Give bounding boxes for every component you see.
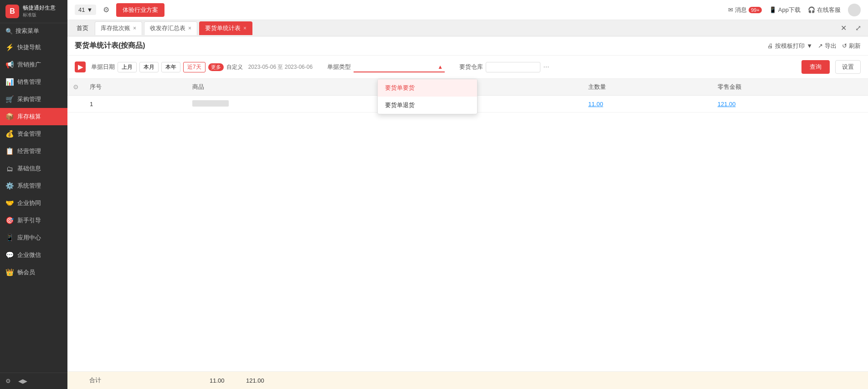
export-btn[interactable]: ↗ 导出 bbox=[818, 42, 837, 50]
warehouse-more-btn[interactable]: ··· bbox=[543, 63, 549, 71]
trial-btn[interactable]: 体验行业方案 bbox=[116, 3, 164, 17]
sidebar-item-sales[interactable]: 📊 销售管理 bbox=[0, 73, 67, 91]
date-range-display: 2023-05-06 至 2023-06-06 bbox=[248, 63, 313, 71]
date-prev-month-btn[interactable]: 上月 bbox=[118, 62, 137, 72]
app-download-btn[interactable]: 📱 App下载 bbox=[769, 6, 801, 14]
row-amount-value[interactable]: 121.00 bbox=[718, 101, 736, 107]
date-more-tag[interactable]: 更多 bbox=[208, 63, 224, 71]
sidebar-item-marketing[interactable]: 📢 营销推广 bbox=[0, 56, 67, 73]
tabs-minimize[interactable]: ✕ bbox=[838, 23, 849, 34]
tab-home[interactable]: 首页 bbox=[72, 22, 93, 35]
sidebar-item-wechat[interactable]: 💬 企业微信 bbox=[0, 246, 67, 264]
date-this-month-btn[interactable]: 本月 bbox=[139, 62, 159, 72]
sidebar-item-vip[interactable]: 👑 畅会员 bbox=[0, 264, 67, 281]
sidebar-item-purchase[interactable]: 🛒 采购管理 bbox=[0, 91, 67, 108]
type-input[interactable] bbox=[354, 62, 445, 72]
footer-qty: 11.00 bbox=[210, 377, 246, 384]
messages-label: 消息 bbox=[735, 6, 747, 14]
dropdown-item-req-return[interactable]: 要货单退货 bbox=[378, 97, 477, 114]
sidebar-item-system[interactable]: ⚙️ 系统管理 bbox=[0, 177, 67, 194]
refresh-btn[interactable]: ↺ 刷新 bbox=[842, 42, 861, 50]
set-btn[interactable]: 设置 bbox=[835, 60, 861, 74]
nav-icon-inventory: 📦 bbox=[5, 113, 14, 121]
messages-badge: 99+ bbox=[749, 7, 762, 13]
export-icon: ↗ bbox=[818, 42, 823, 49]
tab-order-stats-close[interactable]: × bbox=[243, 25, 247, 31]
nav-label-system: 系统管理 bbox=[17, 182, 41, 190]
date-7days-btn[interactable]: 近7天 bbox=[183, 62, 205, 72]
online-service-label: 在线客服 bbox=[817, 6, 841, 14]
nav-label-basic: 基础信息 bbox=[17, 164, 41, 173]
tab-order-stats[interactable]: 要货单统计表 × bbox=[199, 21, 252, 35]
nav-icon-sales: 📊 bbox=[5, 78, 14, 86]
topbar-right: ✉ 消息 99+ 📱 App下载 🎧 在线客服 bbox=[728, 4, 861, 16]
col-amount-header: 零售金额 bbox=[712, 79, 868, 96]
user-avatar[interactable] bbox=[848, 4, 861, 16]
sidebar-item-basic[interactable]: 🗂 基础信息 bbox=[0, 160, 67, 177]
query-btn[interactable]: 查询 bbox=[801, 60, 830, 74]
type-filter-group: 单据类型 ▲ bbox=[327, 62, 445, 72]
nav-icon-enterprise: 🤝 bbox=[5, 199, 14, 207]
col-index-header: 序号 bbox=[84, 79, 187, 96]
collapse-btn[interactable]: ◀▶ bbox=[18, 378, 27, 384]
date-custom-btn[interactable]: 自定义 bbox=[226, 63, 243, 71]
nav-label-finance: 资金管理 bbox=[17, 130, 41, 138]
sidebar-item-quick-nav[interactable]: ⚡ 快捷导航 bbox=[0, 39, 67, 56]
tabs-bar: 首页 库存批次账 × 收发存汇总表 × 要货单统计表 × ✕ ⤢ bbox=[67, 20, 868, 36]
sidebar-item-guide[interactable]: 🎯 新手引导 bbox=[0, 212, 67, 229]
sidebar-bottom: ⚙ ◀▶ bbox=[0, 373, 67, 389]
tab-summary-close[interactable]: × bbox=[188, 25, 191, 31]
type-label: 单据类型 bbox=[327, 63, 351, 71]
warehouse-label: 要货仓库 bbox=[459, 63, 483, 71]
tab-summary[interactable]: 收发存汇总表 × bbox=[144, 21, 197, 35]
message-icon: ✉ bbox=[728, 6, 733, 13]
sidebar-item-finance[interactable]: 💰 资金管理 bbox=[0, 125, 67, 143]
row-settings-cell bbox=[67, 96, 84, 113]
sidebar-item-appstore[interactable]: 📱 应用中心 bbox=[0, 229, 67, 246]
store-dropdown-icon: ▼ bbox=[87, 6, 92, 13]
date-this-year-btn[interactable]: 本年 bbox=[161, 62, 180, 72]
nav-label-appstore: 应用中心 bbox=[17, 234, 41, 242]
nav-label-wechat: 企业微信 bbox=[17, 251, 41, 259]
tabs-expand[interactable]: ⤢ bbox=[853, 23, 863, 34]
print-btn[interactable]: 🖨 按模板打印 ▼ bbox=[767, 42, 812, 50]
sidebar-search[interactable]: 🔍 搜索菜单 bbox=[0, 23, 67, 39]
page-header: 要货单统计表(按商品) 🖨 按模板打印 ▼ ↗ 导出 ↺ 刷新 bbox=[67, 36, 868, 56]
row-index-cell: 1 bbox=[84, 96, 187, 113]
type-dropdown-icon[interactable]: ▲ bbox=[437, 64, 443, 70]
settings-bottom-icon[interactable]: ⚙ bbox=[5, 378, 11, 384]
sidebar-item-enterprise[interactable]: 🤝 企业协同 bbox=[0, 194, 67, 212]
col-settings-icon[interactable]: ⚙ bbox=[73, 83, 79, 91]
nav-label-enterprise: 企业协同 bbox=[17, 199, 41, 207]
page-content: 要货单统计表(按商品) 🖨 按模板打印 ▼ ↗ 导出 ↺ 刷新 ▶ bbox=[67, 36, 868, 389]
nav-label-inventory: 库存核算 bbox=[17, 113, 41, 121]
tab-batch-close[interactable]: × bbox=[133, 25, 136, 31]
nav-icon-finance: 💰 bbox=[5, 130, 14, 138]
topbar-settings-btn[interactable]: ⚙ bbox=[100, 4, 113, 16]
topbar-left: 41 ▼ ⚙ 体验行业方案 bbox=[75, 3, 723, 17]
filter-expand-btn[interactable]: ▶ bbox=[75, 61, 86, 72]
row-qty-value[interactable]: 11.00 bbox=[588, 101, 603, 107]
messages-btn[interactable]: ✉ 消息 99+ bbox=[728, 6, 762, 14]
row-goods-cell bbox=[187, 96, 400, 113]
main-area: 41 ▼ ⚙ 体验行业方案 ✉ 消息 99+ 📱 App下载 🎧 在线客服 bbox=[67, 0, 868, 389]
nav-label-quick-nav: 快捷导航 bbox=[17, 43, 41, 51]
row-amount-cell: 121.00 bbox=[712, 96, 868, 113]
page-header-actions: 🖨 按模板打印 ▼ ↗ 导出 ↺ 刷新 bbox=[767, 42, 861, 50]
nav-icon-marketing: 📢 bbox=[5, 61, 14, 69]
sidebar-item-operation[interactable]: 📋 经营管理 bbox=[0, 143, 67, 160]
footer-amount: 121.00 bbox=[246, 377, 282, 384]
type-input-wrap: ▲ bbox=[354, 62, 445, 72]
app-download-label: App下载 bbox=[778, 6, 801, 14]
sidebar-item-inventory[interactable]: 📦 库存核算 bbox=[0, 108, 67, 125]
store-selector[interactable]: 41 ▼ bbox=[75, 5, 96, 15]
nav-label-vip: 畅会员 bbox=[17, 268, 35, 276]
warehouse-input[interactable] bbox=[486, 62, 540, 72]
col-settings-header: ⚙ bbox=[67, 79, 84, 96]
tab-batch[interactable]: 库存批次账 × bbox=[95, 21, 142, 35]
dropdown-item-req-goods[interactable]: 要货单要货 bbox=[378, 79, 477, 97]
topbar: 41 ▼ ⚙ 体验行业方案 ✉ 消息 99+ 📱 App下载 🎧 在线客服 bbox=[67, 0, 868, 20]
row-qty-cell: 11.00 bbox=[583, 96, 712, 113]
nav-icon-system: ⚙️ bbox=[5, 182, 14, 190]
online-service-btn[interactable]: 🎧 在线客服 bbox=[808, 6, 841, 14]
